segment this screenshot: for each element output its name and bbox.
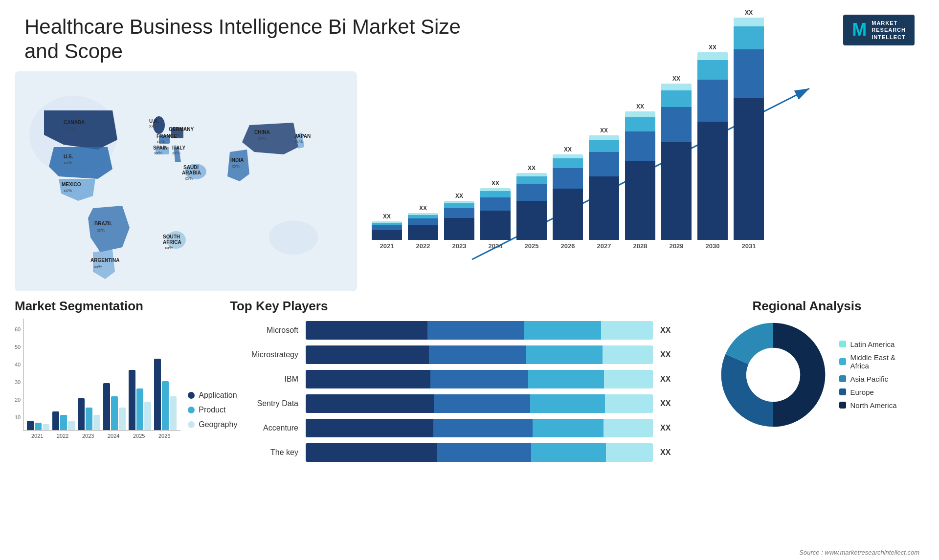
player-val-accenture: XX [660,424,680,432]
svg-text:xx%: xx% [172,151,180,155]
player-bar-microsoft [306,321,653,340]
bar-chart-wrapper: XX 2021 XX [372,74,910,269]
svg-text:xx%: xx% [258,136,266,141]
player-name-microsoft: Microsoft [230,326,298,335]
reg-dot-middle-east [839,358,846,365]
svg-text:U.K.: U.K. [149,118,159,124]
bar-group-2031: XX 2031 [734,9,764,250]
seg-bar-app-2021 [27,421,34,430]
regional-content: Latin America Middle East &Africa Asia P… [690,319,924,431]
segmentation-section: Market Segmentation 60 50 40 30 20 10 [15,299,220,504]
svg-text:SAUDI: SAUDI [183,165,199,170]
player-row-thekey: The key XX [230,443,680,462]
svg-text:xx%: xx% [97,228,105,233]
svg-text:ARGENTINA: ARGENTINA [90,258,119,263]
bar-chart: XX 2021 XX [372,74,910,250]
player-row-microsoft: Microsoft XX [230,321,680,340]
svg-text:xx%: xx% [165,245,173,250]
svg-text:MEXICO: MEXICO [62,182,81,187]
seg-bar-geo-2021 [43,424,49,430]
player-row-microstrategy: Microstrategy XX [230,345,680,364]
legend-dot-geography [188,421,195,428]
reg-legend-asia: Asia Pacific [839,375,896,383]
player-val-microsoft: XX [660,326,680,335]
reg-dot-north-america [839,402,846,409]
reg-label-north-america: North America [850,401,896,409]
svg-text:xx%: xx% [94,264,102,269]
svg-text:SPAIN: SPAIN [153,145,168,151]
player-val-thekey: XX [660,448,680,457]
bar-group-2021: XX 2021 [372,213,402,250]
svg-text:xx%: xx% [156,139,165,144]
donut-chart [717,319,829,431]
svg-point-8 [269,220,318,255]
svg-text:xx%: xx% [64,188,72,193]
svg-text:xx%: xx% [149,124,157,129]
bar-group-2026: XX 2026 [553,146,583,250]
legend-dot-application [188,392,195,399]
seg-y-axis: 60 50 40 30 20 10 [15,326,21,439]
player-name-thekey: The key [230,448,298,457]
player-bar-accenture [306,419,653,437]
reg-legend-middle-east: Middle East &Africa [839,353,896,370]
regional-title: Regional Analysis [690,299,924,314]
reg-dot-asia [839,375,846,382]
bar-group-2027: XX 2027 [589,127,619,250]
header: Healthcare Business Intelligence Bi Mark… [0,0,939,69]
reg-label-europe: Europe [850,388,873,396]
segmentation-title: Market Segmentation [15,299,220,314]
reg-dot-europe [839,388,846,395]
svg-point-48 [746,348,800,402]
bar-group-2024: XX 2024 [480,180,511,250]
svg-text:BRAZIL: BRAZIL [94,221,112,226]
source-text: Source : www.marketresearchintellect.com [799,549,919,556]
bar-group-2025: XX 2025 [516,165,547,250]
player-bar-microstrategy [306,345,653,364]
player-bar-sentry [306,394,653,413]
world-map: CANADA xx% U.S. xx% MEXICO xx% BRAZIL xx… [15,69,357,294]
logo-text: MARKET RESEARCH INTELLECT [872,20,906,41]
logo-area: M MARKET RESEARCH INTELLECT [843,15,915,45]
reg-label-latin-america: Latin America [850,340,894,348]
key-players-section: Top Key Players Microsoft XX Microstrate… [230,299,680,504]
logo-box: M MARKET RESEARCH INTELLECT [843,15,915,45]
svg-text:xx%: xx% [154,151,162,155]
svg-text:xx%: xx% [64,160,72,165]
svg-text:xx%: xx% [294,139,303,144]
reg-legend-europe: Europe [839,388,896,396]
bar-group-2028: XX 2028 [625,103,655,250]
player-val-microstrategy: XX [660,350,680,359]
player-rows: Microsoft XX Microstrategy XX [230,321,680,462]
regional-legend: Latin America Middle East &Africa Asia P… [839,340,896,409]
seg-bar-prod-2021 [35,423,42,430]
svg-text:xx%: xx% [67,126,75,131]
bottom-row: Market Segmentation 60 50 40 30 20 10 [0,294,939,509]
player-name-sentry: Sentry Data [230,399,298,408]
svg-text:GERMANY: GERMANY [169,127,194,132]
page-title: Healthcare Business Intelligence Bi Mark… [24,15,465,64]
player-row-sentry: Sentry Data XX [230,394,680,413]
player-name-accenture: Accenture [230,424,298,432]
svg-text:CHINA: CHINA [254,129,270,135]
player-name-microstrategy: Microstrategy [230,350,298,359]
player-row-ibm: IBM XX [230,370,680,388]
bar-group-2030: XX 2030 [697,44,728,250]
player-bar-ibm [306,370,653,388]
svg-text:INDIA: INDIA [230,157,244,163]
bar-group-2029: XX 2029 [661,75,692,250]
bar-group-2023: XX 2023 [444,193,474,250]
svg-text:JAPAN: JAPAN [294,133,311,139]
player-val-sentry: XX [660,399,680,408]
reg-legend-north-america: North America [839,401,896,409]
svg-text:U.S.: U.S. [64,154,73,159]
reg-label-asia: Asia Pacific [850,375,888,383]
svg-text:ITALY: ITALY [172,145,186,151]
svg-text:CANADA: CANADA [64,120,85,125]
bar-chart-section: XX 2021 XX [367,69,924,294]
bar-group-2022: XX 2022 [408,205,438,250]
legend-dot-product [188,407,195,413]
seg-chart: 2021 2022 2023 2024 2025 2026 [23,319,180,439]
player-bar-thekey [306,443,653,462]
legend-label-product: Product [199,406,225,414]
svg-text:SOUTH: SOUTH [163,234,180,239]
